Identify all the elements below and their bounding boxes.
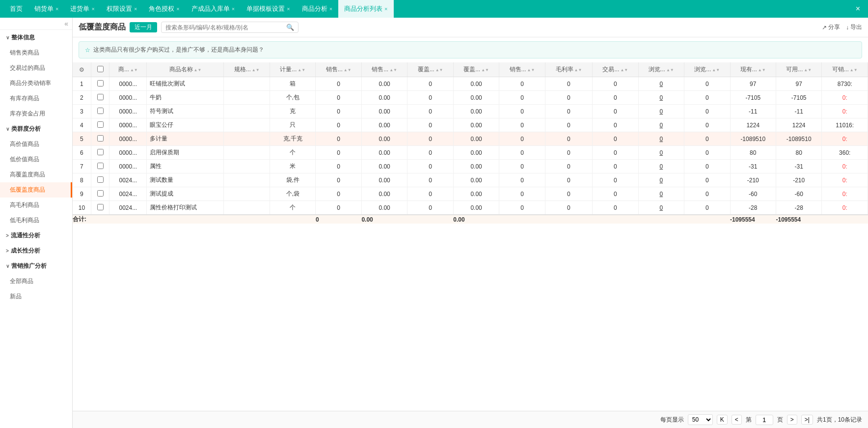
row-browse1[interactable]: 0 <box>638 187 684 201</box>
sort-sales1[interactable]: ▲▼ <box>344 68 352 72</box>
col-sales1[interactable]: 销售...▲▼ <box>316 62 361 77</box>
sidebar-item-low-value[interactable]: 低价值商品 <box>0 152 72 167</box>
row-checkbox-input[interactable] <box>97 204 104 210</box>
row-checkbox[interactable] <box>91 160 109 173</box>
nav-product-entry[interactable]: 产成品入库单 × <box>186 0 241 18</box>
nav-roles[interactable]: 角色授权 × <box>143 0 185 18</box>
row-checkbox-input[interactable] <box>97 108 104 114</box>
row-checkbox[interactable] <box>91 118 109 132</box>
sidebar-toggle[interactable]: « <box>0 18 72 30</box>
nav-sales[interactable]: 销货单 × <box>28 0 64 18</box>
col-spec[interactable]: 规格...▲▼ <box>224 62 270 77</box>
sort-browse2[interactable]: ▲▼ <box>712 68 720 72</box>
row-checkbox-input[interactable] <box>97 94 104 100</box>
data-table-container[interactable]: ⚙ 商...▲▼ 商品名称▲▼ 规格...▲▼ 计量...▲▼ 销售...▲▼ … <box>73 62 868 411</box>
nav-analysis-close[interactable]: × <box>329 6 332 12</box>
select-all-checkbox[interactable] <box>97 66 104 72</box>
row-browse1[interactable]: 0 <box>638 77 684 91</box>
row-checkbox[interactable] <box>91 132 109 146</box>
sidebar-item-low-coverage[interactable]: 低覆盖度商品 <box>0 182 72 198</box>
row-browse1[interactable]: 0 <box>638 146 684 160</box>
sidebar-item-high-value[interactable]: 高价值商品 <box>0 137 72 152</box>
sort-name[interactable]: ▲▼ <box>194 68 202 72</box>
col-gross-rate[interactable]: 毛利率▲▼ <box>545 62 592 77</box>
sidebar-item-high-margin[interactable]: 高毛利商品 <box>0 198 72 213</box>
row-checkbox[interactable] <box>91 146 109 160</box>
row-checkbox-input[interactable] <box>97 80 104 86</box>
nav-template[interactable]: 单据模板设置 × <box>241 0 296 18</box>
sidebar-section-circulation[interactable]: > 流通性分析 <box>0 228 72 243</box>
col-trade[interactable]: 交易...▲▼ <box>593 62 638 77</box>
sort-code[interactable]: ▲▼ <box>130 68 138 72</box>
col-saleable[interactable]: 可销...▲▼ <box>822 62 868 77</box>
sort-gross[interactable]: ▲▼ <box>574 68 582 72</box>
row-checkbox-input[interactable] <box>97 149 104 155</box>
row-checkbox[interactable] <box>91 91 109 105</box>
export-button[interactable]: ↓ 导出 <box>846 23 862 31</box>
nav-permissions-close[interactable]: × <box>134 6 137 12</box>
row-browse1[interactable]: 0 <box>638 105 684 118</box>
sidebar-item-traded-goods[interactable]: 交易过的商品 <box>0 60 72 76</box>
row-checkbox[interactable] <box>91 105 109 118</box>
row-checkbox-input[interactable] <box>97 135 104 142</box>
row-checkbox[interactable] <box>91 173 109 187</box>
prev-page-button[interactable]: < <box>732 415 742 425</box>
nav-product-entry-close[interactable]: × <box>232 6 235 12</box>
col-browse1[interactable]: 浏览...▲▼ <box>638 62 684 77</box>
nav-roles-close[interactable]: × <box>176 6 179 12</box>
sidebar-item-low-margin[interactable]: 低毛利商品 <box>0 213 72 228</box>
col-code[interactable]: 商...▲▼ <box>109 62 147 77</box>
last-page-button[interactable]: >| <box>801 415 813 425</box>
col-name[interactable]: 商品名称▲▼ <box>147 62 224 77</box>
row-browse1[interactable]: 0 <box>638 132 684 146</box>
search-input[interactable] <box>165 24 284 31</box>
time-filter-button[interactable]: 近一月 <box>130 22 157 32</box>
nav-sales-close[interactable]: × <box>55 6 58 12</box>
nav-permissions[interactable]: 权限设置 × <box>101 0 143 18</box>
nav-template-close[interactable]: × <box>287 6 290 12</box>
col-coverage1[interactable]: 覆盖...▲▼ <box>407 62 453 77</box>
window-close-button[interactable]: × <box>852 4 864 13</box>
share-button[interactable]: ↗ 分享 <box>822 23 840 31</box>
settings-icon[interactable]: ⚙ <box>79 66 84 73</box>
row-checkbox[interactable] <box>91 201 109 215</box>
current-page-input[interactable] <box>756 415 773 425</box>
sort-unit[interactable]: ▲▼ <box>298 68 305 72</box>
row-checkbox-input[interactable] <box>97 121 104 128</box>
nav-purchase-close[interactable]: × <box>91 6 94 12</box>
sort-sales2[interactable]: ▲▼ <box>389 68 397 72</box>
col-coverage2[interactable]: 覆盖...▲▼ <box>453 62 499 77</box>
col-sales2[interactable]: 销售...▲▼ <box>361 62 407 77</box>
sort-browse1[interactable]: ▲▼ <box>666 68 674 72</box>
sort-available[interactable]: ▲▼ <box>804 68 812 72</box>
first-page-button[interactable]: K <box>717 415 728 425</box>
nav-analysis[interactable]: 商品分析 × <box>296 0 338 18</box>
sort-sales3[interactable]: ▲▼ <box>527 68 535 72</box>
sidebar-section-overall[interactable]: ∨ 整体信息 <box>0 30 72 45</box>
nav-analysis-list-close[interactable]: × <box>384 6 387 12</box>
col-current[interactable]: 现有...▲▼ <box>730 62 776 77</box>
sidebar-section-growth[interactable]: > 成长性分析 <box>0 243 72 258</box>
row-checkbox-input[interactable] <box>97 176 104 183</box>
sidebar-section-cluster[interactable]: ∨ 类群度分析 <box>0 121 72 137</box>
sidebar-item-all-goods[interactable]: 全部商品 <box>0 274 72 289</box>
sidebar-item-new-goods[interactable]: 新品 <box>0 289 72 304</box>
row-checkbox[interactable] <box>91 77 109 91</box>
col-browse2[interactable]: 浏览...▲▼ <box>684 62 730 77</box>
sort-spec[interactable]: ▲▼ <box>252 68 260 72</box>
col-available[interactable]: 可用...▲▼ <box>776 62 821 77</box>
next-page-button[interactable]: > <box>787 415 797 425</box>
sort-coverage1[interactable]: ▲▼ <box>435 68 443 72</box>
col-settings[interactable]: ⚙ <box>73 62 91 77</box>
sidebar-item-in-stock[interactable]: 有库存商品 <box>0 91 72 106</box>
row-browse1[interactable]: 0 <box>638 201 684 215</box>
sort-saleable[interactable]: ▲▼ <box>850 68 858 72</box>
sidebar-section-marketing[interactable]: ∨ 营销推广分析 <box>0 258 72 274</box>
sort-current[interactable]: ▲▼ <box>758 68 766 72</box>
nav-purchase[interactable]: 进货单 × <box>64 0 100 18</box>
nav-home[interactable]: 首页 <box>4 0 28 18</box>
sidebar-item-category-rate[interactable]: 商品分类动销率 <box>0 76 72 91</box>
col-sales3[interactable]: 销售...▲▼ <box>499 62 545 77</box>
row-browse1[interactable]: 0 <box>638 118 684 132</box>
sort-trade[interactable]: ▲▼ <box>620 68 628 72</box>
